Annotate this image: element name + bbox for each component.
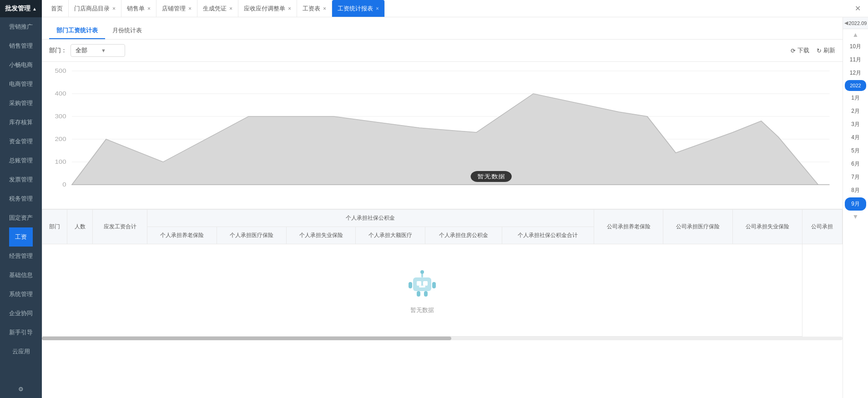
dept-select[interactable]: 全部 ▼	[71, 44, 125, 57]
tab-3[interactable]: 店铺管理 ×	[156, 0, 197, 17]
sidebar-item-电商管理[interactable]: 电商管理	[9, 75, 33, 94]
calendar-month-10[interactable]: 7月	[843, 171, 868, 184]
toolbar-right: ⟳ 下载 ↻ 刷新	[791, 46, 835, 55]
tab-close-1[interactable]: ×	[112, 5, 116, 12]
calendar-month-1[interactable]: 11月	[843, 53, 868, 66]
svg-rect-17	[423, 281, 428, 286]
tab-label-5: 应收应付调整单	[244, 5, 285, 13]
sidebar: 批发管理 ▲ 营销推广销售管理小畅电商电商管理采购管理库存核算资金管理总账管理发…	[0, 0, 42, 398]
col-personal-unemployment: 个人承担失业保险	[286, 227, 356, 244]
sidebar-item-新手引导[interactable]: 新手引导	[9, 323, 33, 342]
sidebar-collapse-arrow[interactable]: ▲	[32, 6, 37, 11]
tab-close-3[interactable]: ×	[188, 5, 192, 12]
tab-2[interactable]: 销售单 ×	[121, 0, 156, 17]
download-label: 下载	[797, 46, 809, 55]
sidebar-item-资金管理[interactable]: 资金管理	[9, 132, 33, 151]
tab-bar-end: ✕	[851, 4, 864, 13]
sidebar-item-营销推广[interactable]: 营销推广	[9, 17, 33, 36]
calendar-panel: ◀ 2022.09 ▲ 10月11月12月20221月2月3月4月5月6月7月8…	[843, 17, 868, 398]
sidebar-item-总账管理[interactable]: 总账管理	[9, 151, 33, 170]
sidebar-item-发票管理[interactable]: 发票管理	[9, 170, 33, 189]
refresh-label: 刷新	[823, 46, 835, 55]
sidebar-item-基础信息[interactable]: 基础信息	[9, 266, 33, 285]
svg-text:500: 500	[55, 68, 67, 74]
tab-close-4[interactable]: ×	[229, 5, 232, 12]
calendar-month-11[interactable]: 8月	[843, 184, 868, 197]
svg-text:300: 300	[55, 113, 67, 119]
calendar-month-2[interactable]: 12月	[843, 66, 868, 80]
toolbar: 部门： 全部 ▼ ⟳ 下载 ↻ 刷新	[42, 40, 843, 62]
tab-bar: 首页门店商品目录 ×销售单 ×店铺管理 ×生成凭证 ×应收应付调整单 ×工资表 …	[42, 0, 868, 17]
tab-1[interactable]: 门店商品目录 ×	[69, 0, 121, 17]
tab-close-5[interactable]: ×	[288, 5, 291, 12]
empty-icon	[404, 266, 440, 302]
calendar-month-5[interactable]: 2月	[843, 105, 868, 118]
col-count: 人数	[67, 210, 92, 244]
sidebar-item-采购管理[interactable]: 采购管理	[9, 94, 33, 113]
refresh-button[interactable]: ↻ 刷新	[817, 46, 835, 55]
calendar-month-9[interactable]: 6月	[843, 157, 868, 171]
chevron-down-icon: ▼	[101, 48, 106, 53]
tab-close-7[interactable]: ×	[376, 5, 379, 12]
content-area: 部门工资统计表月份统计表 部门： 全部 ▼ ⟳ 下载	[42, 17, 868, 398]
svg-text:200: 200	[55, 136, 67, 142]
svg-text:0: 0	[62, 181, 66, 187]
close-all-button[interactable]: ✕	[855, 4, 861, 13]
sub-tab-1[interactable]: 月份统计表	[105, 23, 149, 39]
sidebar-item-税务管理[interactable]: 税务管理	[9, 189, 33, 208]
sidebar-item-工资[interactable]: 工资	[9, 227, 33, 247]
svg-text:400: 400	[55, 91, 67, 96]
calendar-month-7[interactable]: 4月	[843, 131, 868, 144]
calendar-month-3[interactable]: 2022	[845, 80, 866, 91]
tab-label-4: 生成凭证	[203, 5, 227, 13]
download-button[interactable]: ⟳ 下载	[791, 46, 809, 55]
tab-label-2: 销售单	[127, 5, 145, 13]
sidebar-item-系统管理[interactable]: 系统管理	[9, 285, 33, 304]
tab-label-7: 工资统计报表	[338, 5, 373, 13]
sidebar-item-固定资产[interactable]: 固定资产	[9, 208, 33, 227]
svg-rect-24	[424, 291, 428, 297]
calendar-month-12[interactable]: 9月	[845, 197, 866, 211]
tab-label-3: 店铺管理	[162, 5, 186, 13]
sidebar-settings[interactable]: ⚙	[0, 380, 42, 398]
svg-rect-22	[432, 282, 436, 288]
calendar-nav-left[interactable]: ◀	[844, 20, 848, 26]
calendar-month-0[interactable]: 10月	[843, 40, 868, 53]
sidebar-item-企业协同[interactable]: 企业协同	[9, 304, 33, 323]
calendar-up-arrow[interactable]: ▲	[851, 29, 861, 40]
tab-label-0: 首页	[51, 5, 63, 13]
col-total-salary: 应发工资合计	[92, 210, 147, 244]
calendar-month-4[interactable]: 1月	[843, 91, 868, 105]
tab-7[interactable]: 工资统计报表 ×	[332, 0, 385, 17]
empty-state: 暂无数据	[42, 244, 802, 337]
tab-5[interactable]: 应收应付调整单 ×	[238, 0, 297, 17]
sidebar-item-库存核算[interactable]: 库存核算	[9, 113, 33, 132]
sidebar-item-经营管理[interactable]: 经营管理	[9, 247, 33, 266]
download-icon: ⟳	[791, 47, 796, 54]
col-group-personal: 个人承担社保公积金	[147, 210, 594, 227]
tab-close-6[interactable]: ×	[323, 5, 326, 12]
sidebar-item-云应用[interactable]: 云应用	[9, 342, 33, 361]
sub-tabs: 部门工资统计表月份统计表	[42, 17, 843, 40]
col-company-unemployment: 公司承担失业保险	[733, 210, 802, 244]
tab-close-2[interactable]: ×	[147, 5, 151, 12]
tab-6[interactable]: 工资表 ×	[297, 0, 332, 17]
calendar-month-6[interactable]: 3月	[843, 118, 868, 131]
empty-text: 暂无数据	[410, 306, 434, 314]
calendar-down-arrow[interactable]: ▼	[851, 211, 861, 222]
calendar-month-8[interactable]: 5月	[843, 144, 868, 157]
svg-point-20	[420, 270, 424, 274]
tab-4[interactable]: 生成凭证 ×	[197, 0, 238, 17]
table-wrapper: 部门 人数 应发工资合计 个人承担社保公积金 公司承担养老保险 公司承担医疗保险…	[42, 209, 843, 398]
col-personal-total: 个人承担社保公积金合计	[502, 227, 594, 244]
sidebar-item-小畅电商[interactable]: 小畅电商	[9, 55, 33, 75]
page-content: 部门工资统计表月份统计表 部门： 全部 ▼ ⟳ 下载	[42, 17, 843, 398]
calendar-header: 2022.09	[849, 20, 867, 26]
sidebar-item-销售管理[interactable]: 销售管理	[9, 36, 33, 55]
tab-label-6: 工资表	[303, 5, 320, 13]
tab-0[interactable]: 首页	[45, 0, 69, 17]
svg-rect-16	[417, 281, 421, 286]
svg-rect-21	[409, 282, 412, 288]
sub-tab-0[interactable]: 部门工资统计表	[49, 23, 105, 39]
data-table: 部门 人数 应发工资合计 个人承担社保公积金 公司承担养老保险 公司承担医疗保险…	[42, 209, 843, 337]
